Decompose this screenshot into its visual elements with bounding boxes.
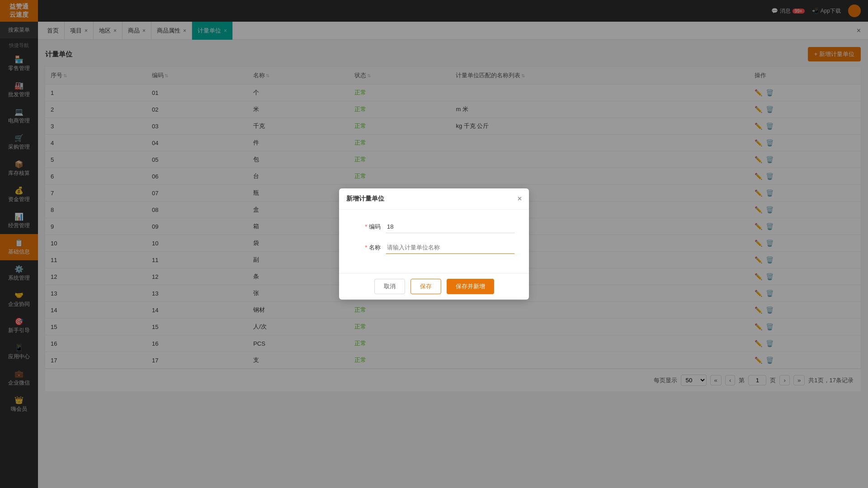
dialog-header: 新增计量单位 × bbox=[339, 188, 529, 210]
dialog-footer: 取消 保存 保存并新增 bbox=[339, 273, 529, 300]
name-label: 名称 bbox=[354, 244, 381, 252]
code-label: 编码 bbox=[354, 223, 381, 231]
code-input[interactable] bbox=[386, 221, 514, 233]
save-button[interactable]: 保存 bbox=[410, 279, 441, 294]
dialog-title: 新增计量单位 bbox=[346, 195, 384, 203]
modal-overlay[interactable]: 新增计量单位 × 编码 名称 取消 保存 保存并新增 bbox=[0, 0, 868, 488]
cancel-button[interactable]: 取消 bbox=[374, 279, 405, 294]
dialog-close-button[interactable]: × bbox=[518, 195, 522, 203]
form-row-code: 编码 bbox=[354, 221, 514, 233]
dialog-body: 编码 名称 bbox=[339, 210, 529, 273]
name-input[interactable] bbox=[386, 241, 514, 254]
add-unit-dialog: 新增计量单位 × 编码 名称 取消 保存 保存并新增 bbox=[339, 188, 529, 300]
form-row-name: 名称 bbox=[354, 241, 514, 254]
save-and-new-button[interactable]: 保存并新增 bbox=[447, 279, 494, 294]
